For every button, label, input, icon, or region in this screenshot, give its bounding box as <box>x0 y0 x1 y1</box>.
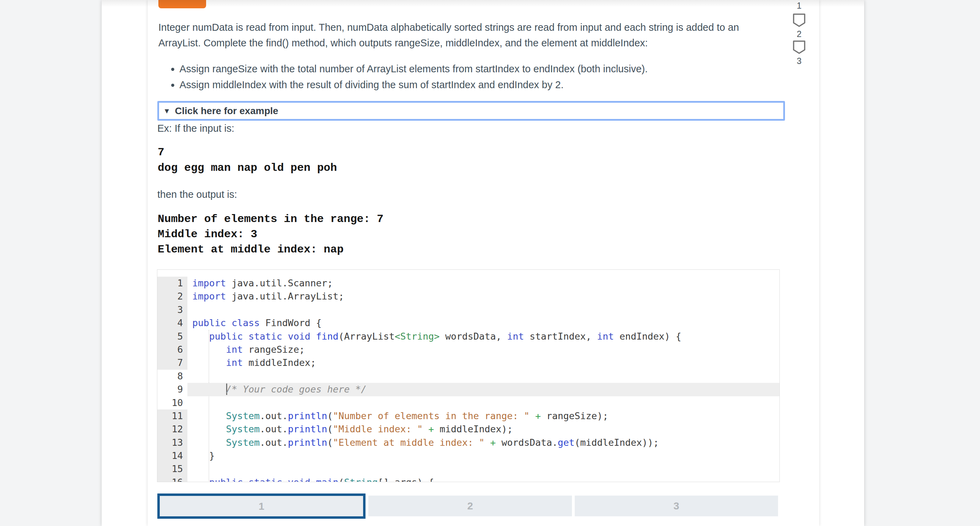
code-line-text: System.out.println("Middle index: " + mi… <box>188 423 780 436</box>
code-line-text <box>188 370 780 383</box>
code-line-text <box>188 462 780 475</box>
bullet-item: Assign rangeSize with the total number o… <box>180 61 778 77</box>
example-toggle-label: Click here for example <box>175 105 278 116</box>
bookmark-label-2: 2 <box>792 29 806 39</box>
code-line: 14 } <box>158 449 780 462</box>
code-line: 7 int middleIndex; <box>158 356 780 369</box>
line-number: 12 <box>158 423 188 436</box>
line-number: 3 <box>158 303 188 316</box>
code-line: 16 public static void main(String[] args… <box>158 476 780 482</box>
code-line-text: System.out.println("Number of elements i… <box>188 410 780 423</box>
example-input-block: 7 dog egg man nap old pen poh <box>158 145 337 176</box>
challenge-activity-card: Integer numData is read from input. Then… <box>148 0 819 526</box>
code-line-text: import java.util.Scanner; <box>188 277 780 290</box>
code-line: 1import java.util.Scanner; <box>158 277 780 290</box>
code-line: 10 <box>158 396 780 410</box>
code-line: 2import java.util.ArrayList; <box>158 290 780 303</box>
example-toggle-button[interactable]: ▼ Click here for example <box>158 101 785 121</box>
line-number: 8 <box>158 370 188 383</box>
line-number: 16 <box>158 476 188 482</box>
code-line-text: public static void find(ArrayList<String… <box>188 330 780 343</box>
code-line: 3 <box>158 303 780 316</box>
page-tab-3[interactable]: 3 <box>575 496 778 516</box>
code-line: 12 System.out.println("Middle index: " +… <box>158 423 780 436</box>
challenge-activity-badge <box>158 0 206 8</box>
line-number: 9 <box>158 383 188 396</box>
code-line-text: System.out.println("Element at middle in… <box>188 436 780 449</box>
caret-down-icon: ▼ <box>163 107 170 115</box>
code-line: 11 System.out.println("Number of element… <box>158 410 780 423</box>
code-editor-rows: 1import java.util.Scanner;2import java.u… <box>158 270 780 482</box>
line-number: 2 <box>158 290 188 303</box>
code-line-text <box>188 396 780 410</box>
example-input-intro: Ex: If the input is: <box>158 123 234 134</box>
code-line: 9 /* Your code goes here */ <box>158 383 780 396</box>
code-line-text <box>188 303 780 316</box>
line-number: 14 <box>158 449 188 462</box>
code-line: 8 <box>158 370 780 383</box>
bullet-item: Assign middleIndex with the result of di… <box>180 77 778 93</box>
line-number: 4 <box>158 316 188 330</box>
content-column: Integer numData is read from input. Then… <box>102 0 864 526</box>
line-number: 7 <box>158 356 188 369</box>
code-line-text: int rangeSize; <box>188 343 780 356</box>
bookmark-icon[interactable] <box>792 40 806 54</box>
code-line: 4public class FindWord { <box>158 316 780 330</box>
line-number: 11 <box>158 410 188 423</box>
code-line-text: import java.util.ArrayList; <box>188 290 780 303</box>
code-line: 5 public static void find(ArrayList<Stri… <box>158 330 780 343</box>
example-output-intro: then the output is: <box>158 189 237 200</box>
page-tab-1[interactable]: 1 <box>158 494 366 519</box>
code-line: 15 <box>158 462 780 475</box>
active-code-line-text: /* Your code goes here */ <box>188 383 780 396</box>
bookmark-label-1: 1 <box>792 1 806 11</box>
code-line-text: public static void main(String[] args) { <box>188 476 780 482</box>
code-line: 13 System.out.println("Element at middle… <box>158 436 780 449</box>
line-number: 5 <box>158 330 188 343</box>
line-number: 15 <box>158 462 188 475</box>
code-line-text: public class FindWord { <box>188 316 780 330</box>
code-editor[interactable]: 1import java.util.Scanner;2import java.u… <box>157 269 780 482</box>
bookmark-label-3: 3 <box>792 56 806 66</box>
line-number: 6 <box>158 343 188 356</box>
problem-bullets: Assign rangeSize with the total number o… <box>169 61 778 93</box>
bookmark-icon[interactable] <box>792 13 806 27</box>
code-line-text: int middleIndex; <box>188 356 780 369</box>
page-tab-2[interactable]: 2 <box>368 496 572 516</box>
example-output-block: Number of elements in the range: 7 Middl… <box>158 211 383 257</box>
code-line: 6 int rangeSize; <box>158 343 780 356</box>
pagination: 123 <box>158 494 778 519</box>
problem-statement: Integer numData is read from input. Then… <box>158 20 783 51</box>
code-line-text: } <box>188 449 780 462</box>
line-number: 10 <box>158 396 188 410</box>
line-number: 13 <box>158 436 188 449</box>
line-number: 1 <box>158 277 188 290</box>
